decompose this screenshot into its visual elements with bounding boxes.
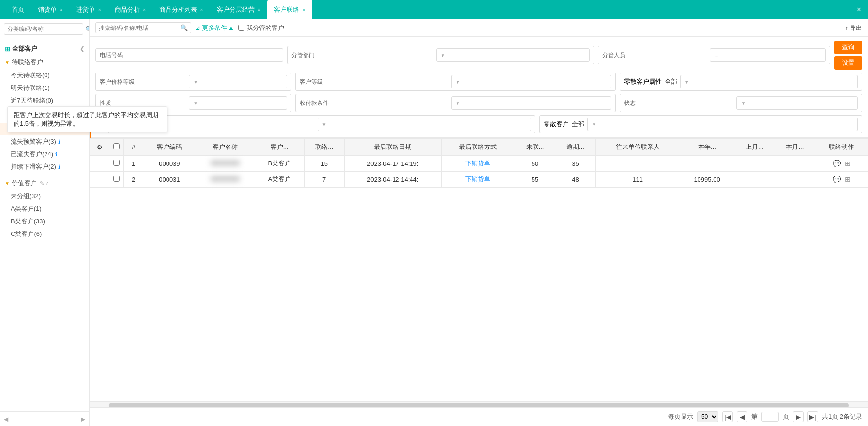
col-last-method[interactable]: 最后联络方式 — [441, 139, 515, 156]
search-input[interactable] — [99, 25, 176, 31]
col-contact-person[interactable]: 往来单位联系人 — [595, 139, 680, 156]
last-method-link[interactable]: 下销货单 — [465, 176, 490, 183]
filter-manager[interactable]: 分管人员 … — [598, 46, 830, 64]
cell-code[interactable]: 000031 — [143, 172, 196, 188]
cell-check[interactable] — [109, 172, 124, 188]
sidebar-item-declining[interactable]: 持续下滑客户(2) ℹ — [0, 161, 89, 173]
col-uncontacted[interactable]: 未联... — [515, 139, 555, 156]
tab-analysis-list[interactable]: 商品分析列表 × — [152, 0, 210, 19]
row-checkbox[interactable] — [113, 160, 120, 166]
sidebar-search-input[interactable] — [4, 23, 83, 35]
collapse-icon[interactable]: ❮ — [80, 46, 84, 52]
search-icon[interactable]: 🔍 — [180, 24, 188, 31]
cell-this-month — [775, 156, 815, 172]
cell-uncontacted: 50 — [515, 156, 555, 172]
tab-customer-tier[interactable]: 客户分层经营 × — [210, 0, 267, 19]
close-icon[interactable]: × — [258, 7, 260, 13]
filter-customer-level[interactable]: 客户等级 ▼ — [295, 73, 616, 91]
sidebar-scroll-left[interactable]: ◀ — [4, 416, 8, 423]
filter-status[interactable]: 状态 ▼ — [620, 94, 862, 112]
grid-action-icon[interactable]: ⊞ — [845, 176, 851, 183]
first-page-button[interactable]: |◀ — [722, 411, 733, 422]
cell-last-month — [734, 172, 775, 188]
filter-department[interactable]: 分管部门 ▼ — [287, 46, 594, 64]
horizontal-scrollbar[interactable] — [90, 401, 868, 407]
page-number-input[interactable]: 1 — [761, 412, 779, 422]
col-settings[interactable]: ⚙ — [90, 139, 109, 156]
cell-action: 💬 ⊞ — [815, 156, 868, 172]
sidebar-bottom: ◀ ▶ — [0, 411, 89, 426]
sidebar-item-churn-warning[interactable]: 流失预警客户(3) ℹ — [0, 135, 89, 148]
filter-row-1: 电话号码 分管部门 ▼ 分管人员 … 查询 设置 — [95, 41, 862, 70]
filter-price-level[interactable]: 客户价格等级 ▼ — [95, 73, 291, 91]
tab-sales[interactable]: 销货单 × — [31, 0, 69, 19]
col-checkbox[interactable] — [109, 139, 124, 156]
chat-icon[interactable]: 💬 — [833, 176, 841, 183]
close-icon[interactable]: × — [200, 7, 203, 13]
close-icon[interactable]: × — [143, 7, 146, 13]
more-conditions-button[interactable]: ⊿ 更多条件 ▲ — [195, 24, 234, 32]
filter-payment[interactable]: 收付款条件 ▼ — [295, 94, 616, 112]
cell-last-method[interactable]: 下销货单 — [441, 172, 515, 188]
col-overdue[interactable]: 逾期... — [555, 139, 595, 156]
cell-name[interactable] — [196, 172, 255, 188]
grid-action-icon[interactable]: ⊞ — [845, 160, 851, 167]
last-page-button[interactable]: ▶| — [807, 411, 818, 422]
tooltip-box: 距客户上次交易时长，超过了此客户的平均交易周期的1.5倍，则视为异常。 — [90, 106, 167, 132]
filter-phone[interactable]: 电话号码 — [95, 48, 283, 62]
sidebar-all-customers[interactable]: ⊞ 全部客户 ❮ — [0, 42, 89, 56]
sidebar-item-class-c[interactable]: C类客户(6) — [0, 228, 89, 240]
check-icon[interactable]: ✓ — [45, 180, 49, 187]
col-contact-count[interactable]: 联络... — [304, 139, 344, 156]
cell-last-method[interactable]: 下销货单 — [441, 156, 515, 172]
sidebar-item-7days[interactable]: 近7天待联络(0) — [0, 94, 89, 107]
col-last-month[interactable]: 上月... — [734, 139, 775, 156]
last-method-link[interactable]: 下销货单 — [465, 160, 490, 167]
filter-customer-type[interactable]: 客户类型 ▼ — [108, 115, 535, 133]
edit-icon[interactable]: ✎ — [40, 180, 44, 187]
next-page-button[interactable]: ▶ — [793, 411, 804, 422]
select-all-checkbox[interactable] — [113, 143, 120, 149]
sidebar-scroll-right[interactable]: ▶ — [81, 416, 85, 423]
chat-icon[interactable]: 💬 — [833, 160, 841, 167]
col-this-month[interactable]: 本月... — [775, 139, 815, 156]
per-page-select[interactable]: 50 — [697, 411, 718, 422]
sidebar-item-today[interactable]: 今天待联络(0) — [0, 69, 89, 82]
tab-purchase[interactable]: 进货单 × — [69, 0, 107, 19]
prev-page-button[interactable]: ◀ — [737, 411, 747, 422]
filter-retail-attr[interactable]: 零散客户属性 全部 ▼ — [620, 73, 862, 91]
row-checkbox[interactable] — [113, 176, 120, 182]
window-close-button[interactable]: × — [857, 5, 861, 14]
table-scroll[interactable]: ⚙ # 客户编码 客户名称 客户 — [90, 138, 868, 401]
close-icon[interactable]: × — [60, 7, 62, 13]
col-name[interactable]: 客户名称 — [196, 139, 255, 156]
settings-button[interactable]: 设置 — [834, 56, 862, 70]
tab-customer-contact[interactable]: 客户联络 × — [267, 0, 312, 19]
export-icon: ↑ — [845, 24, 849, 31]
col-last-contact[interactable]: 最后联络日期 — [344, 139, 441, 156]
close-icon[interactable]: × — [98, 7, 101, 13]
cell-type: A类客户 — [255, 172, 304, 188]
sidebar-item-tomorrow[interactable]: 明天待联络(1) — [0, 82, 89, 94]
col-code[interactable]: 客户编码 — [143, 139, 196, 156]
cell-check[interactable] — [109, 156, 124, 172]
export-button[interactable]: ↑ 导出 — [845, 24, 863, 32]
sidebar-item-class-b[interactable]: B类客户(33) — [0, 215, 89, 228]
sidebar-section-pending[interactable]: ▼ 待联络客户 — [0, 56, 89, 69]
tab-analysis[interactable]: 商品分析 × — [108, 0, 152, 19]
filter-retail-customer[interactable]: 零散客户 全部 ▼ — [539, 115, 862, 133]
col-type[interactable]: 客户... — [255, 139, 304, 156]
tab-home[interactable]: 首页 — [5, 0, 31, 19]
sidebar-item-class-a[interactable]: A类客户(1) — [0, 203, 89, 215]
close-icon[interactable]: × — [302, 7, 305, 13]
sidebar-item-ungrouped[interactable]: 未分组(32) — [0, 190, 89, 203]
col-year-amount[interactable]: 本年... — [680, 139, 734, 156]
my-customer-checkbox[interactable] — [238, 25, 244, 31]
cell-contact-person: 111 — [595, 172, 680, 188]
sidebar-item-churned[interactable]: 已流失客户(24) ℹ — [0, 148, 89, 161]
cell-name[interactable] — [196, 156, 255, 172]
sidebar-search-icon[interactable]: 🔍 — [85, 26, 90, 33]
query-button[interactable]: 查询 — [834, 41, 862, 54]
sidebar-section-value[interactable]: ▼ 价值客户 ✎ ✓ — [0, 176, 89, 190]
cell-code[interactable]: 000039 — [143, 156, 196, 172]
